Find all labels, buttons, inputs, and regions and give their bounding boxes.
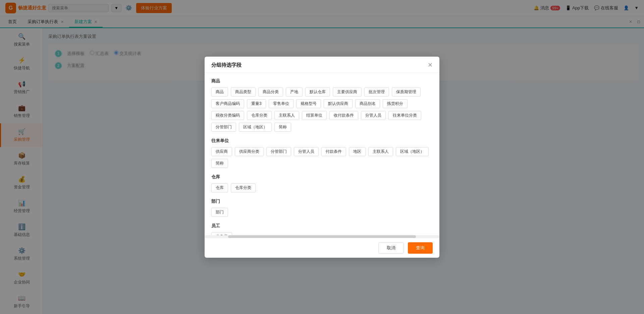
field-tag[interactable]: 商品分类: [258, 87, 283, 97]
field-tags-仓库: 仓库仓库分类: [211, 183, 433, 192]
field-tag[interactable]: 仓库分类: [247, 111, 272, 120]
field-tag[interactable]: 分管部门: [266, 147, 291, 156]
field-tag[interactable]: 区域（地区）: [396, 147, 429, 156]
field-tag[interactable]: 分管部门: [211, 123, 236, 132]
field-tag[interactable]: 商品: [211, 87, 228, 97]
field-tag[interactable]: 零售单位: [269, 99, 293, 108]
field-tag[interactable]: 简称: [274, 123, 291, 132]
field-tag[interactable]: 商品类型: [231, 87, 256, 97]
field-tag[interactable]: 商品别名: [355, 99, 380, 108]
field-tag[interactable]: 业务员: [211, 232, 232, 235]
field-tag[interactable]: 分管人员: [294, 147, 319, 156]
field-tags-往来单位: 供应商供应商分类分管部门分管人员付款条件地区主联系人区域（地区）简称: [211, 147, 433, 168]
field-tag[interactable]: 重量3: [247, 99, 266, 108]
field-tag[interactable]: 结算单位: [302, 111, 327, 120]
modal-close-button[interactable]: ✕: [428, 62, 433, 68]
modal-dialog: 分组待选字段 ✕ 商品商品商品类型商品分类产地默认仓库主要供应商批次管理保质期管…: [205, 57, 439, 258]
field-tag[interactable]: 拣货积分: [383, 99, 408, 108]
field-section-部门: 部门部门: [211, 198, 433, 217]
field-tags-部门: 部门: [211, 208, 433, 217]
cancel-button[interactable]: 取消: [378, 242, 404, 254]
field-tag[interactable]: 主联系人: [274, 111, 299, 120]
field-section-员工: 员工业务员: [211, 223, 433, 235]
field-tag[interactable]: 往来单位分类: [388, 111, 421, 120]
field-tag[interactable]: 仓库: [211, 183, 228, 192]
section-title-商品: 商品: [211, 78, 433, 84]
modal-scrollbar[interactable]: [205, 235, 439, 238]
field-tag[interactable]: 产地: [286, 87, 303, 97]
field-tag[interactable]: 简称: [211, 159, 228, 168]
field-tag[interactable]: 仓库分类: [231, 183, 256, 192]
field-tag[interactable]: 默认仓库: [305, 87, 330, 97]
field-tag[interactable]: 保质期管理: [392, 87, 421, 97]
field-tag[interactable]: 税收分类编码: [211, 111, 244, 120]
field-tag[interactable]: 客户商品编码: [211, 99, 244, 108]
section-title-员工: 员工: [211, 223, 433, 229]
field-tag[interactable]: 主要供应商: [333, 87, 362, 97]
field-tag[interactable]: 分管人员: [361, 111, 386, 120]
confirm-button[interactable]: 查询: [408, 242, 433, 254]
field-tag[interactable]: 批次管理: [364, 87, 389, 97]
field-tag[interactable]: 区域（地区）: [239, 123, 272, 132]
scrollbar-thumb: [228, 235, 416, 238]
section-title-仓库: 仓库: [211, 174, 433, 180]
modal-title: 分组待选字段: [211, 62, 241, 68]
field-tag[interactable]: 规格型号: [296, 99, 321, 108]
field-section-商品: 商品商品商品类型商品分类产地默认仓库主要供应商批次管理保质期管理客户商品编码重量…: [211, 78, 433, 132]
field-tag[interactable]: 主联系人: [368, 147, 393, 156]
field-tag[interactable]: 供应商: [211, 147, 232, 156]
modal-footer: 取消 查询: [205, 238, 439, 258]
section-title-往来单位: 往来单位: [211, 138, 433, 144]
modal-overlay[interactable]: 分组待选字段 ✕ 商品商品商品类型商品分类产地默认仓库主要供应商批次管理保质期管…: [0, 0, 644, 314]
field-tag[interactable]: 供应商分类: [235, 147, 264, 156]
field-tag[interactable]: 地区: [349, 147, 366, 156]
modal-body: 商品商品商品类型商品分类产地默认仓库主要供应商批次管理保质期管理客户商品编码重量…: [205, 73, 439, 235]
modal-header: 分组待选字段 ✕: [205, 57, 439, 73]
field-tags-商品: 商品商品类型商品分类产地默认仓库主要供应商批次管理保质期管理客户商品编码重量3零…: [211, 87, 433, 132]
field-tag[interactable]: 默认供应商: [324, 99, 353, 108]
field-tag[interactable]: 付款条件: [321, 147, 346, 156]
field-tags-员工: 业务员: [211, 232, 433, 235]
field-section-仓库: 仓库仓库仓库分类: [211, 174, 433, 192]
field-tag[interactable]: 部门: [211, 208, 228, 217]
field-tag[interactable]: 收付款条件: [329, 111, 358, 120]
section-title-部门: 部门: [211, 198, 433, 204]
field-section-往来单位: 往来单位供应商供应商分类分管部门分管人员付款条件地区主联系人区域（地区）简称: [211, 138, 433, 168]
